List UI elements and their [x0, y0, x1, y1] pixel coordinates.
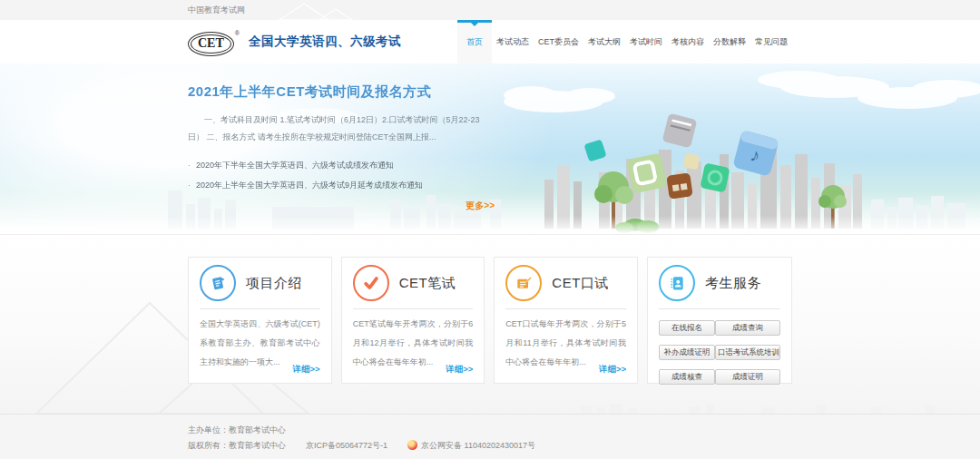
main-section: 项目介绍 全国大学英语四、六级考试(CET)系教育部主办、教育部考试中心主持和实…	[0, 235, 980, 414]
police-badge-icon	[407, 440, 417, 450]
service-button-score-certificate[interactable]: 成绩证明	[715, 369, 780, 385]
footer-organizer: 主办单位：教育部考试中心	[188, 423, 792, 438]
service-button-online-registration[interactable]: 在线报名	[659, 320, 715, 336]
main-nav: 首页 考试动态 CET委员会 考试大纲 考试时间 考核内容 分数解释 常见问题	[457, 20, 792, 63]
card-detail-link[interactable]: 详细>>	[293, 364, 320, 376]
site-header: CET ® 全国大学英语四、六级考试 首页 考试动态 CET委员会 考试大纲 考…	[0, 20, 980, 63]
nav-item-assessment-content[interactable]: 考核内容	[667, 20, 709, 63]
service-button-reissue-certificate[interactable]: 补办成绩证明	[659, 345, 715, 360]
nav-item-exam-news[interactable]: 考试动态	[492, 20, 534, 63]
card-written-test: CET笔试 CET笔试每年开考两次，分别于6月和12月举行，具体考试时间我中心将…	[341, 257, 485, 384]
cet-logo[interactable]: CET ® 全国大学英语四、六级考试	[188, 28, 401, 56]
card-title: CET口试	[552, 275, 609, 292]
card-title: 考生服务	[705, 275, 761, 292]
nav-item-exam-time[interactable]: 考试时间	[625, 20, 667, 63]
more-link[interactable]: 更多>>	[188, 200, 495, 212]
contact-book-icon	[659, 265, 695, 301]
top-utility-bar: 中国教育考试网	[0, 0, 980, 20]
news-item[interactable]: 2020年下半年全国大学英语四、六级考试成绩发布通知	[188, 155, 495, 176]
card-detail-link[interactable]: 详细>>	[446, 364, 473, 376]
hero-banner: ♪ 2021年上半年CET考试时间及报名方式 一、考试科目及时间 1.笔试考试时…	[0, 63, 980, 235]
nav-item-cet-committee[interactable]: CET委员会	[534, 20, 583, 63]
nav-item-syllabus[interactable]: 考试大纲	[583, 20, 625, 63]
card-candidate-services: 考生服务 在线报名 成绩查询 补办成绩证明 口语考试系统培训 成绩核查 成绩证明	[647, 257, 792, 384]
card-detail-link[interactable]: 详细>>	[599, 364, 626, 376]
card-oral-test: CET口试 CET口试每年开考两次，分别于5月和11月举行，具体考试时间我中心将…	[494, 257, 638, 384]
nav-item-faq[interactable]: 常见问题	[750, 20, 792, 63]
card-project-intro: 项目介绍 全国大学英语四、六级考试(CET)系教育部主办、教育部考试中心主持和实…	[188, 257, 332, 384]
service-button-score-query[interactable]: 成绩查询	[715, 320, 780, 336]
faint-skyline	[581, 404, 935, 414]
site-title: 全国大学英语四、六级考试	[249, 34, 401, 50]
hero-title[interactable]: 2021年上半年CET考试时间及报名方式	[188, 83, 792, 101]
document-pen-icon	[200, 265, 236, 301]
nav-item-score-interpretation[interactable]: 分数解释	[709, 20, 750, 63]
service-button-oral-system-training[interactable]: 口语考试系统培训	[715, 345, 780, 360]
card-row: 项目介绍 全国大学英语四、六级考试(CET)系教育部主办、教育部考试中心主持和实…	[188, 235, 792, 384]
card-title: CET笔试	[399, 275, 456, 292]
footer-icp: 京ICP备05064772号-1	[306, 441, 387, 450]
hero-summary: 一、考试科目及时间 1.笔试考试时间（6月12日）2.口试考试时间（5月22-2…	[188, 112, 495, 146]
registered-trademark-icon: ®	[235, 30, 240, 36]
card-title: 项目介绍	[246, 275, 302, 292]
site-footer: 主办单位：教育部考试中心 版权所有：教育部考试中心京ICP备05064772号-…	[0, 414, 980, 459]
nav-item-home[interactable]: 首页	[457, 20, 492, 63]
newspaper-pen-icon	[505, 265, 542, 301]
news-item[interactable]: 2020年上半年全国大学英语四、六级考试9月延考成绩发布通知	[188, 175, 495, 196]
service-button-score-check[interactable]: 成绩核查	[659, 369, 715, 385]
service-button-grid: 在线报名 成绩查询 补办成绩证明 口语考试系统培训 成绩核查 成绩证明	[659, 320, 780, 385]
checkmark-icon	[353, 265, 389, 301]
footer-copyright: 版权所有：教育部考试中心	[188, 441, 286, 450]
news-list: 2020年下半年全国大学英语四、六级考试成绩发布通知 2020年上半年全国大学英…	[188, 155, 495, 196]
police-record-link[interactable]: 京公网安备 11040202430017号	[407, 441, 535, 450]
site-link-china-education-exam[interactable]: 中国教育考试网	[188, 5, 245, 16]
cet-logo-oval: CET	[188, 32, 234, 56]
